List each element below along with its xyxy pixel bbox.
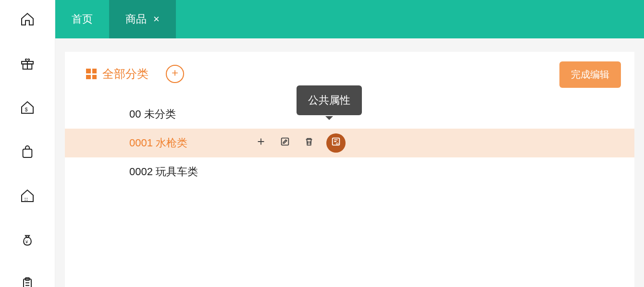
- category-label: 0002 玩具车类: [129, 165, 254, 179]
- row-actions: [254, 133, 346, 153]
- category-row[interactable]: 0001 水枪类: [65, 129, 634, 157]
- finish-edit-button[interactable]: 完成编辑: [559, 61, 621, 88]
- edit-icon: [280, 136, 290, 150]
- sidebar-item-money-home[interactable]: $: [18, 100, 37, 117]
- clipboard-icon: [20, 276, 35, 287]
- category-label: 0001 水枪类: [129, 136, 254, 150]
- category-row[interactable]: 0002 玩具车类: [65, 157, 634, 186]
- svg-text:¥: ¥: [25, 239, 28, 244]
- topbar: 首页 商品 ×: [55, 0, 644, 38]
- sidebar-item-clipboard[interactable]: [18, 276, 37, 287]
- public-attribute-button[interactable]: [326, 133, 346, 153]
- money-home-icon: $: [20, 100, 35, 117]
- tab-products[interactable]: 商品 ×: [109, 0, 176, 38]
- trash-icon: [304, 136, 314, 150]
- plus-icon: [170, 68, 180, 80]
- category-row[interactable]: 00 未分类: [65, 100, 634, 129]
- category-panel: 全部分类 完成编辑 公共属性 00 未分类 0001 水枪类: [65, 52, 634, 287]
- add-category-button[interactable]: [166, 65, 184, 83]
- add-subcategory-button[interactable]: [254, 136, 268, 150]
- home-icon: [20, 12, 35, 29]
- gift-icon: [20, 56, 35, 73]
- tab-home[interactable]: 首页: [55, 0, 109, 38]
- content-area: 全部分类 完成编辑 公共属性 00 未分类 0001 水枪类: [55, 38, 644, 287]
- sidebar-item-bag[interactable]: [18, 144, 37, 161]
- svg-text:$: $: [25, 107, 28, 112]
- list-star-icon: [331, 136, 341, 150]
- sidebar: $ ¥: [0, 0, 55, 287]
- sidebar-item-home[interactable]: [18, 12, 37, 29]
- money-bag-icon: ¥: [20, 232, 35, 250]
- sidebar-item-gift[interactable]: [18, 56, 37, 73]
- category-list: 00 未分类 0001 水枪类: [65, 100, 634, 186]
- svg-rect-3: [23, 149, 32, 157]
- tab-label: 首页: [72, 12, 93, 26]
- delete-category-button[interactable]: [302, 136, 316, 150]
- sidebar-item-money-bag[interactable]: ¥: [18, 232, 37, 250]
- category-label: 00 未分类: [129, 107, 254, 121]
- shopping-bag-icon: [20, 144, 35, 161]
- panel-title: 全部分类: [102, 66, 149, 82]
- tab-label: 商品: [125, 12, 147, 26]
- edit-category-button[interactable]: [278, 136, 292, 150]
- sidebar-item-building[interactable]: [18, 188, 37, 205]
- plus-icon: [256, 136, 266, 150]
- grid-icon: [86, 69, 97, 79]
- panel-header: 全部分类: [65, 63, 634, 84]
- building-icon: [20, 188, 35, 205]
- svg-rect-7: [282, 138, 289, 145]
- close-icon[interactable]: ×: [153, 14, 160, 24]
